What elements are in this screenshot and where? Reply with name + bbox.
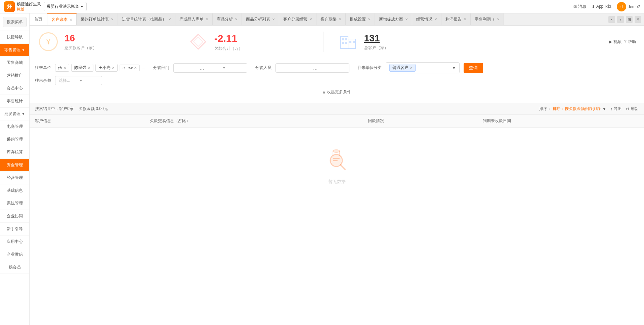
dept-filter-select[interactable]: ... ▼ — [173, 63, 247, 73]
tab-close-icon[interactable]: ✕ — [497, 17, 500, 21]
tag-remove-icon[interactable]: ✕ — [112, 66, 115, 70]
tab-close-icon[interactable]: ✕ — [272, 17, 275, 21]
tab-customer-contact[interactable]: 客户联络 ✕ — [316, 13, 346, 26]
person-filter-select[interactable]: ... — [275, 63, 349, 73]
tab-product-analysis-list[interactable]: 商品分析列表 ✕ — [242, 13, 279, 26]
filter-tag-cjttcw[interactable]: cjttcw ✕ — [120, 65, 140, 71]
tab-profit-report[interactable]: 利润报告 ✕ — [441, 13, 471, 26]
query-button[interactable]: 查询 — [464, 63, 483, 73]
filter-tag-wang[interactable]: 王小亮 ✕ — [95, 64, 118, 72]
sidebar-item-basic-info[interactable]: 基础信息 — [0, 184, 29, 197]
sidebar-item-ecommerce-mgmt[interactable]: 电商管理 — [0, 120, 29, 133]
sidebar-item-quick-nav[interactable]: 快捷导航 — [0, 31, 29, 44]
stat-value-area-total-customers: 131 总客户（家） — [364, 33, 388, 51]
app-download-button[interactable]: ⬇ App下载 — [592, 4, 611, 9]
filter-more-button[interactable]: ... — [142, 66, 145, 70]
sidebar-item-inventory-check[interactable]: 库存核算 — [0, 146, 29, 159]
tab-prev-button[interactable]: ‹ — [608, 16, 615, 23]
tab-retail-profit[interactable]: 零售利润（ ✕ — [471, 13, 504, 26]
tab-home[interactable]: 首页 — [30, 13, 47, 26]
message-button[interactable]: ✉ 消息 — [573, 4, 586, 9]
refresh-button[interactable]: ↺ 刷新 — [626, 106, 639, 112]
chevron-down-icon: ▼ — [22, 48, 25, 52]
sidebar-item-system-mgmt[interactable]: 系统管理 — [0, 197, 29, 210]
tag-remove-icon[interactable]: ✕ — [134, 66, 137, 70]
tab-bar: 首页 客户账本 ✕ 采购订单统计表 ✕ 进货单统计表（按商品） ✕ 产成品入库单… — [30, 13, 644, 26]
tab-menu-button[interactable]: ⊞ — [626, 16, 633, 23]
export-icon: ↑ — [610, 107, 612, 111]
col-debt-info: 欠款交易信息（占比） — [144, 115, 363, 128]
tab-customer-tier[interactable]: 客户分层经营 ✕ — [279, 13, 316, 26]
sidebar-item-purchase-mgmt[interactable]: 采购管理 — [0, 133, 29, 146]
tab-close-icon[interactable]: ✕ — [464, 17, 466, 21]
tab-close-icon[interactable]: ✕ — [368, 17, 371, 21]
top-bar: 好 畅捷通好生意 标版 母婴行业演示帐套 ▼ ✉ 消息 ⬇ App下载 d de… — [0, 0, 644, 13]
svg-line-11 — [341, 165, 345, 169]
content-area: 首页 客户账本 ✕ 采购订单统计表 ✕ 进货单统计表（按商品） ✕ 产成品入库单… — [30, 13, 644, 325]
sidebar-item-new-guide[interactable]: 新手引导 — [0, 223, 29, 236]
svg-rect-4 — [342, 38, 344, 40]
page-body: ¥ 16 总欠款客户（家） — [30, 26, 644, 325]
tab-purchase-order-stats[interactable]: 采购订单统计表 ✕ — [77, 13, 118, 26]
tab-close-all-button[interactable]: ✕ — [635, 16, 641, 23]
sidebar-item-retail-stats[interactable]: 零售统计 — [0, 95, 29, 108]
tab-close-icon[interactable]: ✕ — [405, 17, 408, 21]
category-filter-select[interactable]: 普通客户 ✕ ▼ — [386, 62, 460, 73]
tab-close-icon[interactable]: ✕ — [168, 17, 171, 21]
tab-close-icon[interactable]: ✕ — [339, 17, 341, 21]
empty-text: 暂无数据 — [328, 179, 346, 185]
sidebar-item-retail-mall[interactable]: 零售商城 — [0, 57, 29, 69]
user-avatar[interactable]: d demo2 — [617, 2, 640, 11]
sidebar-item-retail-mgmt[interactable]: 零售管理 ▼ — [0, 44, 29, 57]
category-tag[interactable]: 普通客户 ✕ — [389, 64, 416, 72]
tab-close-icon[interactable]: ✕ — [111, 17, 114, 21]
empty-icon — [324, 148, 350, 175]
sidebar-item-ops-mgmt[interactable]: 经营管理 — [0, 172, 29, 184]
sidebar: 搜索菜单 快捷导航 零售管理 ▼ 零售商城 营销推广 会员中心 零售统计 批发管… — [0, 13, 30, 325]
tab-product-inbound[interactable]: 产成品入库单 ✕ — [175, 13, 213, 26]
tag-remove-icon[interactable]: ✕ — [63, 66, 66, 70]
sidebar-item-app-center[interactable]: 应用中心 — [0, 236, 29, 248]
export-button[interactable]: ↑ 导出 — [610, 106, 622, 112]
video-button[interactable]: ▶ 视频 — [609, 39, 621, 45]
sidebar-item-enterprise-collab[interactable]: 企业协同 — [0, 210, 29, 223]
sidebar-item-member-center[interactable]: 会员中心 — [0, 82, 29, 95]
help-button[interactable]: ? 帮助 — [624, 39, 636, 45]
tab-next-button[interactable]: › — [617, 16, 624, 23]
balance-filter-select[interactable]: 选择... ▼ — [55, 76, 102, 85]
tag-remove-icon[interactable]: ✕ — [88, 66, 90, 70]
dots-icon[interactable]: ... — [200, 65, 221, 71]
tag-remove-icon[interactable]: ✕ — [410, 66, 413, 70]
company-selector[interactable]: 母婴行业演示帐套 ▼ — [44, 2, 87, 11]
sidebar-item-enterprise-wechat[interactable]: 企业微信 — [0, 248, 29, 261]
sidebar-item-vip-member[interactable]: 畅会员 — [0, 261, 29, 274]
tab-close-icon[interactable]: ✕ — [309, 17, 312, 21]
stats-section: ¥ 16 总欠款客户（家） — [30, 26, 644, 58]
stat-value-customers: 16 — [65, 33, 97, 44]
filter-tag-wu[interactable]: 伍 ✕ — [55, 64, 69, 72]
sort-select[interactable]: 排序： 排序：按欠款金额倒序排序 ▼ — [539, 106, 606, 112]
tab-mention-settings[interactable]: 提成设置 ✕ — [346, 13, 375, 26]
svg-rect-8 — [349, 41, 351, 43]
sidebar-search-area: 搜索菜单 — [0, 13, 29, 31]
tab-close-icon[interactable]: ✕ — [70, 18, 72, 22]
tab-business-status[interactable]: 经营情况 ✕ — [412, 13, 441, 26]
data-table: 客户信息 欠款交易信息（占比） 回款情况 到期未收款日期 — [30, 115, 644, 128]
dots-icon[interactable]: ... — [313, 65, 346, 71]
message-icon: ✉ — [573, 4, 577, 9]
tab-close-icon[interactable]: ✕ — [206, 17, 208, 21]
collapse-button[interactable]: ∧ 收起更多条件 — [320, 88, 354, 96]
filter-tag-chen[interactable]: 陈民强 ✕ — [71, 64, 93, 72]
sidebar-item-finance-mgmt[interactable]: 资金管理 — [0, 159, 29, 172]
tab-inbound-stats[interactable]: 进货单统计表（按商品） ✕ — [118, 13, 175, 26]
tab-add-mention-plan[interactable]: 新增提成方案 ✕ — [375, 13, 412, 26]
sidebar-item-wholesale-mgmt[interactable]: 批发管理 ▼ — [0, 108, 29, 120]
stat-label-total-customers: 总客户（家） — [364, 45, 388, 51]
svg-marker-1 — [194, 37, 203, 46]
tab-close-icon[interactable]: ✕ — [434, 17, 437, 21]
tab-product-analysis[interactable]: 商品分析 ✕ — [213, 13, 242, 26]
sidebar-item-marketing[interactable]: 营销推广 — [0, 69, 29, 82]
tab-customer-ledger[interactable]: 客户账本 ✕ — [47, 13, 77, 26]
tab-close-icon[interactable]: ✕ — [235, 17, 238, 21]
search-menu-button[interactable]: 搜索菜单 — [3, 17, 27, 27]
